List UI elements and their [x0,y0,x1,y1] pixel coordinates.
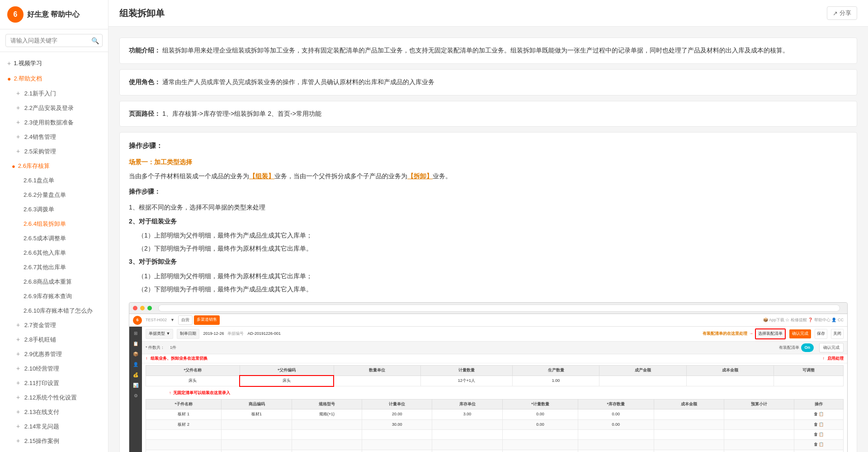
step2-1: （1）上部明细为父件明细，最终作为产成品生成其它入库单； [129,230,848,241]
table-row: 🗑 📋 [146,440,844,450]
mock-header-right: 📦 App下载 ☆ 检修提醒 ❓ 帮助中心 👤 CC [763,317,844,324]
mock-icon-report: 📊 [133,381,138,389]
mock-btn-other[interactable]: 保存 [815,329,827,338]
path-text: 1、库存核算->库存管理->组装拆卸单 2、首页->常用功能 [162,110,321,117]
sidebar-item-262[interactable]: 2.6.2分量盘点单 [0,188,108,202]
mock-logo: 6 [133,316,142,325]
sidebar-item-269[interactable]: 2.6.9库存账本查询 [0,289,108,304]
nav-sub-docs: + 2.1新手入门 + 2.2产品安装及登录 + 2.3使用前数据准备 + 2.… [0,86,108,448]
table-row: 板材 2 30.00 0.00 0.00 [146,419,844,429]
mock-toggle-area: 有装配清单 On [779,343,814,352]
mock-icon-settings: ⚙ [134,392,138,400]
sidebar-item-211[interactable]: + 2.11打印设置 [0,376,108,390]
sidebar-item-2610[interactable]: 2.6.10库存账本错了怎么办 [0,304,108,318]
sidebar-item-25[interactable]: + 2.5采购管理 [0,144,108,159]
sidebar-item-29[interactable]: + 2.9优惠券管理 [0,347,108,362]
sidebar-item-23[interactable]: + 2.3使用前数据准备 [0,115,108,130]
mock-btn-confirm[interactable]: 确认完成 [789,329,811,338]
step3: 3、对于拆卸业务 [129,256,848,267]
nav-group-video: + 1.视频学习 [0,56,108,71]
mock-main-content: 单据类型 ▼ 制单日期 2019-12-26 单据编号 AD-20191226-… [142,327,847,452]
mock-annotation-area1: 有装配清单的在这里处理 → 选择装配清单 [703,328,786,339]
arrow-up2-icon: ↑ [823,355,825,362]
sidebar-item-263[interactable]: 2.6.3调拨单 [0,202,108,217]
minus-icon: ● [7,75,11,82]
nav-group-docs-title[interactable]: ● 2.帮助文档 [0,71,108,86]
mock-app-body: ⊞ 📋 📦 👤 💰 📊 ⚙ 单据类型 ▼ 制单日期 [129,327,847,452]
arrow-up-icon: ↑ [146,355,148,362]
sidebar-item-264[interactable]: 2.6.4组装拆卸单 [0,217,108,231]
sidebar-item-213[interactable]: + 2.13在线支付 [0,405,108,419]
screenshot-container: 6 TEST-H002 ▼ 自营 多渠道销售 📦 App下载 ☆ 检修提醒 ❓ … [129,302,848,452]
sidebar-item-261[interactable]: 2.6.1盘点单 [0,173,108,188]
sidebar-item-26[interactable]: ● 2.6库存核算 [0,159,108,173]
mock-annotation-row3: ↑ 无固定清单可以组装在这里录入 [142,389,847,397]
mock-toggle-label: 有装配清单 [779,344,799,351]
mock-tab-multi[interactable]: 多渠道销售 [194,315,220,325]
mock-btn-close[interactable]: 关闭 [831,329,844,338]
scene1-desc: 当由多个子件材料组装成一个成品的业务为【组装】业务，当由一个父件拆分成多个子产品… [129,171,848,182]
mock-dropdown-icon: ▼ [170,317,175,324]
mock-count-label: * 件数共： [146,344,165,351]
ops-title: 操作步骤： [129,140,848,152]
table-row: 🗑 📋 [146,429,844,439]
app-title: 好生意 帮助中心 [27,10,80,19]
minus-dot-icon: ● [12,163,15,170]
steps-title: 操作步骤： [129,186,848,197]
table-row: 板材 1 板材1 规格(+1) 20.00 3.00 0.00 0.00 [146,409,844,419]
mock-count-value: 1件 [170,344,176,351]
path-label: 页面路径： [129,110,160,117]
sidebar-item-21[interactable]: + 2.1新手入门 [0,86,108,101]
sidebar-item-212[interactable]: + 2.12系统个性化设置 [0,390,108,405]
mock-btn-new[interactable]: 单据类型 ▼ [146,329,173,338]
mock-bottom-table-area: *子件名称 商品编码 规格型号 计量单位 库存单位 *计量数量 *库存数量 成本… [142,397,847,452]
sidebar-item-24[interactable]: + 2.4销售管理 [0,130,108,144]
page-title: 组装拆卸单 [119,7,165,19]
sidebar-header: 6 好生意 帮助中心 [0,0,108,29]
annotation-text-3: 启用处理 [827,355,844,362]
nav-sub-26: 2.6.1盘点单 2.6.2分量盘点单 2.6.3调拨单 2.6.4组装拆卸单 … [0,173,108,318]
sidebar-item-266[interactable]: 2.6.6其他入库单 [0,246,108,260]
intro-text: 组装拆卸单用来处理企业组装或拆卸等加工业务，支持有固定装配清单的产品加工业务，也… [162,47,789,54]
mock-btn-select-bom[interactable]: 选择装配清单 [755,328,786,339]
sidebar-item-210[interactable]: + 2.10经营管理 [0,362,108,376]
sidebar-item-215[interactable]: + 2.15操作案例 [0,434,108,448]
mock-btn-save[interactable]: 制单日期 [177,329,199,338]
nav-group-video-title[interactable]: + 1.视频学习 [0,56,108,71]
role-text: 通常由生产人员或库管人员完成拆装业务的操作，库管人员确认原材料的出库和产成品的入… [162,78,434,86]
mock-top-table-area: *父件名称 *父件编码 数量单位 计量数量 生产数量 成产金额 成本金额 可调整 [142,363,847,389]
sidebar-item-214[interactable]: + 2.14常见问题 [0,419,108,434]
mock-code-label: 单据编号 [227,330,244,337]
table-row: 🗑 📋 [146,450,844,452]
step2-2: （2）下部明细为子件明细，最终作为原材料生成其它出库单。 [129,243,848,254]
path-card: 页面路径： 1、库存核算->库存管理->组装拆卸单 2、首页->常用功能 [119,101,857,127]
mock-icon-home: ⊞ [134,329,137,337]
sidebar-item-267[interactable]: 2.6.7其他出库单 [0,260,108,275]
sidebar-item-268[interactable]: 2.6.8商品成本重算 [0,275,108,289]
mock-icon-customer: 👤 [133,361,138,368]
mock-code: TEST-H002 [146,317,167,324]
steps-card: 操作步骤： 场景一：加工类型选择 当由多个子件材料组装成一个成品的业务为【组装】… [119,132,857,452]
share-button[interactable]: ↗ 分享 [827,6,857,20]
mock-btn-apply[interactable]: 确认完成 [819,343,844,352]
sidebar-item-27[interactable]: + 2.7资金管理 [0,318,108,333]
annotation-text-5: 无固定清单可以组装在这里录入 [173,390,230,396]
mock-sub-row: * 件数共： 1件 有装配清单 On 确认完成 [142,342,847,354]
mock-bottom-table: *子件名称 商品编码 规格型号 计量单位 库存单位 *计量数量 *库存数量 成本… [146,399,844,452]
sidebar-item-28[interactable]: + 2.8手机旺铺 [0,333,108,347]
step3-1: （1）上部明细为父件明细，最终作为原材料生成其它出库单； [129,271,848,282]
search-icon: 🔍 [91,37,99,44]
arrow-up3-icon: ↑ [169,390,171,396]
share-icon: ↗ [833,10,838,17]
sidebar: 6 好生意 帮助中心 🔍 + 1.视频学习 ● 2.帮助文档 + 2 [0,0,108,452]
search-input[interactable] [5,34,103,47]
mock-toggle-on[interactable]: On [801,343,814,352]
sidebar-item-265[interactable]: 2.6.5成本调整单 [0,231,108,246]
mock-tab-ziying[interactable]: 自营 [178,315,193,325]
nav-group-docs: ● 2.帮助文档 + 2.1新手入门 + 2.2产品安装及登录 + 2.3使用前… [0,71,108,448]
scene1-title: 场景一：加工类型选择 [129,157,848,168]
sidebar-search-area: 🔍 [0,29,108,52]
sidebar-item-22[interactable]: + 2.2产品安装及登录 [0,101,108,115]
sidebar-nav: + 1.视频学习 ● 2.帮助文档 + 2.1新手入门 + 2.2产品安装及登录 [0,52,108,452]
table-row: 床头 床头 12个+1人 1.00 [146,376,844,386]
